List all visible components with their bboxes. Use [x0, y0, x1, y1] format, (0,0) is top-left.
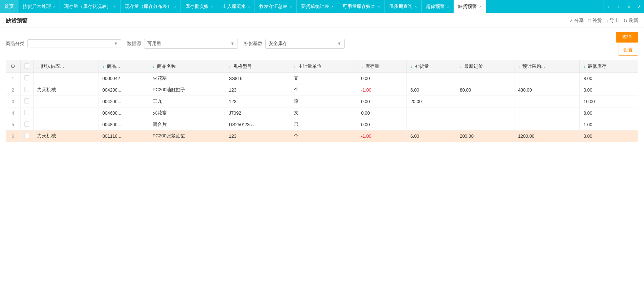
header-checkbox[interactable] — [20, 60, 33, 73]
row-checkbox-cell[interactable] — [20, 107, 33, 119]
row-supplier — [33, 73, 99, 84]
page-title: 缺货预警 — [6, 17, 27, 24]
row-latest-price — [456, 119, 514, 131]
chevron-down-icon: ▼ — [114, 41, 118, 46]
nav-tab-inout-flow[interactable]: 出入库流水× — [218, 0, 255, 13]
row-product-name: 三九 — [149, 96, 225, 107]
row-product-name: 火花塞 — [149, 73, 225, 84]
chevron-down-icon-2: ▼ — [230, 41, 235, 46]
row-unit: 个 — [290, 84, 357, 96]
row-spec: 123 — [225, 84, 290, 96]
row-index: 1 — [6, 73, 20, 84]
settings-button[interactable]: 设置 — [618, 45, 638, 56]
row-latest-price — [456, 73, 514, 84]
nav-close-button[interactable]: × — [624, 0, 634, 13]
row-checkbox[interactable] — [24, 133, 29, 138]
replenish-basis-filter-group: 补货基数 安全库存 ▼ — [244, 39, 345, 49]
export-button[interactable]: ↓ 导出 — [606, 18, 619, 24]
header-replenish-qty[interactable]: ↕ 补货量 — [406, 60, 456, 73]
category-select[interactable]: ▼ — [27, 39, 121, 48]
nav-controls: ‹ › × ⤢ — [604, 0, 644, 13]
replenish-button[interactable]: □ 补货 — [588, 18, 602, 24]
nav-tab-batch-account[interactable]: 库存批次账× — [181, 0, 218, 13]
nav-tab-available-ledger[interactable]: 可用量库存账本× — [338, 0, 384, 13]
row-est-purchase — [514, 96, 580, 107]
row-checkbox[interactable] — [24, 87, 29, 92]
sort-icon-8: ↕ — [460, 64, 462, 69]
row-unit: 箱 — [290, 96, 357, 107]
header-min-stock[interactable]: ↕ 最低库存 — [580, 60, 638, 73]
nav-tab-shortage[interactable]: 缺货预警× — [454, 0, 486, 13]
row-product-code: 004200... — [99, 84, 149, 96]
table-row: 5 004800... 离合片 DS250*23c... 只 0.00 1.00 — [6, 119, 638, 131]
close-tab-icon[interactable]: × — [113, 4, 116, 9]
close-tab-icon[interactable]: × — [211, 4, 213, 9]
row-checkbox-cell[interactable] — [20, 119, 33, 131]
header-est-purchase[interactable]: ↕ 预计采购... — [514, 60, 580, 73]
nav-tab-home[interactable]: 首页 — [0, 0, 18, 13]
close-tab-icon[interactable]: × — [290, 4, 292, 9]
select-all-checkbox[interactable] — [24, 63, 29, 69]
row-est-purchase — [514, 119, 580, 131]
refresh-button[interactable]: ↻ 刷新 — [623, 18, 638, 24]
query-button[interactable]: 查询 — [616, 32, 638, 43]
row-checkbox-cell[interactable] — [20, 73, 33, 84]
sort-icon-7: ↕ — [410, 64, 413, 69]
close-tab-icon[interactable]: × — [415, 4, 417, 9]
nav-tab-expiry-query[interactable]: 保质期查询× — [385, 0, 422, 13]
row-index: 6 — [6, 131, 20, 142]
close-tab-icon[interactable]: × — [248, 4, 250, 9]
close-tab-icon[interactable]: × — [447, 4, 449, 9]
gear-icon[interactable]: ⚙ — [10, 63, 15, 69]
row-checkbox-cell[interactable] — [20, 84, 33, 96]
row-checkbox-cell[interactable] — [20, 96, 33, 107]
replenish-icon: □ — [588, 18, 591, 23]
row-checkbox[interactable] — [24, 110, 29, 115]
close-tab-icon[interactable]: × — [331, 4, 334, 9]
nav-tab-overstock[interactable]: 超储预警× — [422, 0, 454, 13]
row-min-stock: 8.00 — [580, 73, 638, 84]
row-checkbox-cell[interactable] — [20, 131, 33, 142]
replenish-basis-select[interactable]: 安全库存 ▼ — [265, 39, 345, 49]
header-settings[interactable]: ⚙ — [6, 60, 20, 73]
close-tab-icon[interactable]: × — [479, 4, 481, 9]
row-checkbox[interactable] — [24, 75, 29, 80]
row-min-stock: 3.00 — [580, 131, 638, 142]
nav-tab-inventory-status[interactable]: 现存量（库存状况表）× — [60, 0, 120, 13]
row-est-purchase — [514, 107, 580, 119]
share-button[interactable]: ↗ 分享 — [569, 18, 584, 24]
row-min-stock: 3.00 — [580, 84, 638, 96]
row-spec: 123 — [225, 96, 290, 107]
header-product-code[interactable]: ↕ 商品... — [99, 60, 149, 73]
row-checkbox[interactable] — [24, 122, 29, 127]
close-tab-icon[interactable]: × — [174, 4, 176, 9]
category-label: 商品分类 — [6, 41, 25, 47]
row-product-code: 004600... — [99, 107, 149, 119]
header-spec[interactable]: ↕ 规格型号 — [225, 60, 290, 73]
header-stock[interactable]: ↕ 库存量 — [357, 60, 407, 73]
close-tab-icon[interactable]: × — [53, 4, 55, 9]
header-latest-price[interactable]: ↕ 最新进价 — [456, 60, 514, 73]
nav-fullscreen-button[interactable]: ⤢ — [634, 0, 644, 13]
close-tab-icon[interactable]: × — [378, 4, 380, 9]
header-unit[interactable]: ↕ 主计量单位 — [290, 60, 357, 73]
header-default-supplier[interactable]: ↕ 默认供应... — [33, 60, 99, 73]
row-stock: 0.00 — [357, 96, 407, 107]
nav-prev-button[interactable]: ‹ — [604, 0, 614, 13]
sort-icon-4: ↕ — [229, 64, 231, 69]
row-replenish-qty — [406, 73, 456, 84]
table-body: 1 0000042 火花塞 SS816 支 0.00 8.00 2 力天机械 0… — [6, 73, 638, 142]
row-product-code: 004200... — [99, 96, 149, 107]
row-checkbox[interactable] — [24, 98, 29, 103]
nav-tab-inventory-dist[interactable]: 现存量（库存分布表）× — [121, 0, 181, 13]
nav-tab-demand-stats[interactable]: 要货单统计表× — [297, 0, 338, 13]
header-product-name[interactable]: ↕ 商品名称 — [149, 60, 225, 73]
sort-icon: ↕ — [37, 64, 39, 69]
nav-next-button[interactable]: › — [614, 0, 624, 13]
page-header: 缺货预警 ↗ 分享 □ 补货 ↓ 导出 ↻ 刷新 — [0, 13, 644, 27]
datasource-select[interactable]: 可用量 ▼ — [144, 39, 238, 49]
nav-tab-collect-summary[interactable]: 收发存汇总表× — [255, 0, 296, 13]
nav-tab-abnormal[interactable]: 拣货异常处理× — [18, 0, 60, 13]
row-latest-price — [456, 96, 514, 107]
row-min-stock: 8.00 — [580, 107, 638, 119]
